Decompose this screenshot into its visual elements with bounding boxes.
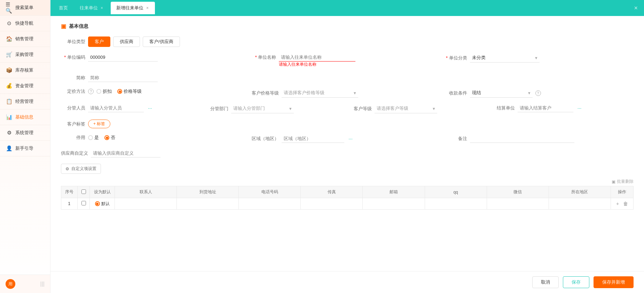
manager-more-btn[interactable]: ···	[147, 105, 154, 111]
unit-category-label: 单位分类	[443, 55, 467, 61]
region-input[interactable]	[282, 135, 344, 143]
sidebar-item-purchase[interactable]: 🛒 采购管理	[0, 47, 50, 63]
pricing-help-icon[interactable]: ?	[88, 89, 94, 94]
payment-help-icon[interactable]: ?	[535, 90, 541, 96]
settlement-more-btn[interactable]: ···	[576, 105, 583, 111]
col-phone: 电话号码	[239, 186, 301, 198]
sidebar-item-finance[interactable]: 💰 资金管理	[0, 78, 50, 94]
sidebar-item-system[interactable]: ⚙ 系统管理	[0, 125, 50, 141]
fax-input[interactable]	[307, 201, 356, 206]
chevron-down-icon: ▾	[535, 55, 537, 60]
table-row: 1 默认	[61, 198, 634, 210]
pricing-method-label: 定价方法	[61, 88, 85, 95]
inventory-icon: 📦	[6, 67, 13, 74]
supplier-custom-input[interactable]	[91, 149, 160, 157]
address-input[interactable]	[183, 201, 232, 206]
cell-qq	[425, 198, 487, 210]
contact-input[interactable]	[121, 201, 170, 206]
settlement-input[interactable]	[518, 104, 573, 112]
cell-checkbox	[77, 198, 89, 210]
wechat-input[interactable]	[493, 201, 542, 206]
sidebar-item-beginner[interactable]: 👤 新手引导	[0, 141, 50, 156]
tab-home[interactable]: 首页	[54, 2, 73, 14]
region-more-btn[interactable]: ···	[347, 136, 354, 141]
unit-name-error: 请输入往来单位名称	[279, 62, 316, 67]
tab-partners-close[interactable]: ×	[100, 5, 104, 11]
sidebar-item-sales[interactable]: 🏠 销售管理	[0, 31, 50, 47]
save-new-button[interactable]: 保存并新增	[594, 276, 634, 288]
disabled-yes[interactable]: 是	[88, 135, 99, 141]
customer-price-level-select[interactable]: 请选择客户价格等级 ▾	[282, 88, 358, 98]
sidebar-item-quick-nav[interactable]: ⊙ 快捷导航	[0, 16, 50, 31]
unit-info-row: 单位编码 单位名称 请输入往来单位名称 单位分类 未分类 ▾	[61, 53, 634, 67]
batch-delete-area[interactable]: ▣ 批量删除	[61, 179, 634, 185]
customer-level-select[interactable]: 请选择客户等级 ▾	[375, 104, 437, 113]
sidebar-item-label: 经营管理	[15, 98, 33, 105]
contact-table: 序号 设为默认 联系人 到货地址 电话号码 传真 邮箱 qq 微信 所在地区 操…	[61, 186, 634, 210]
sidebar-item-inventory[interactable]: 📦 库存核算	[0, 63, 50, 78]
pricing-level-radio	[117, 89, 122, 94]
sidebar-bottom: 用 |||	[0, 275, 50, 293]
save-button[interactable]: 保存	[563, 276, 589, 288]
manager-label: 分管人员	[61, 105, 85, 111]
remarks-input[interactable]	[470, 135, 574, 143]
sidebar-item-label: 库存核算	[15, 67, 33, 73]
batch-delete-icon: ▣	[612, 179, 615, 184]
dept-select[interactable]: 请输入分管部门 ▾	[231, 104, 294, 113]
cell-address	[177, 198, 239, 210]
customer-price-level-label: 客户价格等级	[252, 90, 279, 96]
add-tag-button[interactable]: + 标签	[88, 120, 110, 128]
manager-row: 分管人员 ··· 分管部门 请输入分管部门 ▾ 客户等级 请选择客户等级 ▾	[61, 104, 634, 113]
unit-type-supplier[interactable]: 供应商	[113, 36, 140, 47]
tab-new-partner[interactable]: 新增往来单位 ×	[111, 2, 155, 14]
basic-info-icon: 📊	[6, 114, 13, 121]
search-menu-icon: ☰🔍	[6, 4, 13, 11]
tab-bar-close-all[interactable]: ×	[631, 3, 641, 13]
manager-input[interactable]	[88, 104, 144, 112]
cell-email	[363, 198, 425, 210]
unit-type-both[interactable]: 客户/供应商	[143, 36, 180, 47]
sidebar-item-search-menu[interactable]: ☰🔍 搜索菜单	[0, 0, 50, 16]
payment-terms-select[interactable]: 现结 ▾	[470, 88, 533, 98]
tags-row: 客户标签 + 标签	[61, 120, 634, 128]
disabled-no[interactable]: 否	[104, 135, 115, 141]
short-name-input[interactable]	[88, 74, 158, 82]
cancel-button[interactable]: 取消	[532, 276, 559, 288]
area-input[interactable]	[555, 201, 604, 206]
pricing-discount[interactable]: 折扣	[96, 88, 112, 95]
supplier-custom-label: 供应商自定义	[61, 150, 88, 156]
phone-input[interactable]	[245, 201, 294, 206]
delete-row-button[interactable]: 🗑	[622, 200, 629, 207]
sidebar-item-basic-info[interactable]: 📊 基础信息	[0, 109, 50, 125]
unit-type-customer[interactable]: 客户	[88, 36, 110, 47]
tab-partners[interactable]: 往来单位 ×	[74, 2, 109, 14]
table-header-row: 序号 设为默认 联系人 到货地址 电话号码 传真 邮箱 qq 微信 所在地区 操…	[61, 186, 634, 198]
unit-code-input[interactable]	[88, 53, 158, 62]
default-radio	[95, 201, 100, 206]
qq-input[interactable]	[431, 201, 480, 206]
unit-category-select[interactable]: 未分类 ▾	[470, 53, 540, 63]
sidebar-item-operation[interactable]: 📋 经营管理	[0, 94, 50, 109]
bars-icon: |||	[40, 281, 45, 287]
customer-level-label: 客户等级	[347, 106, 372, 112]
unit-name-label: 单位名称	[252, 54, 276, 60]
add-row-button[interactable]: +	[615, 200, 620, 207]
select-all-checkbox[interactable]	[81, 189, 86, 194]
tab-new-partner-close[interactable]: ×	[146, 5, 149, 11]
unit-name-input[interactable]	[279, 53, 355, 62]
pricing-price-level[interactable]: 价格等级	[117, 88, 142, 95]
main-area: 首页 往来单位 × 新增往来单位 × × ▣ 基本信息 单位类型 客户 供应商 …	[50, 0, 644, 293]
sidebar-item-label: 资金管理	[15, 83, 33, 89]
col-default: 设为默认	[90, 186, 115, 198]
disabled-no-radio	[104, 135, 109, 140]
col-area: 所在地区	[549, 186, 611, 198]
col-address: 到货地址	[177, 186, 239, 198]
cell-seq: 1	[61, 198, 78, 210]
row-checkbox[interactable]	[81, 201, 86, 205]
pricing-row: 定价方法 ? 折扣 价格等级 客户价格等级 请选择客户价格等级	[61, 88, 634, 98]
custom-settings-button[interactable]: ⚙ 自定义项设置	[61, 164, 101, 174]
cell-default: 默认	[90, 198, 115, 210]
default-radio-item[interactable]: 默认	[93, 201, 111, 207]
email-input[interactable]	[369, 201, 418, 206]
short-name-row: 简称	[61, 74, 634, 82]
